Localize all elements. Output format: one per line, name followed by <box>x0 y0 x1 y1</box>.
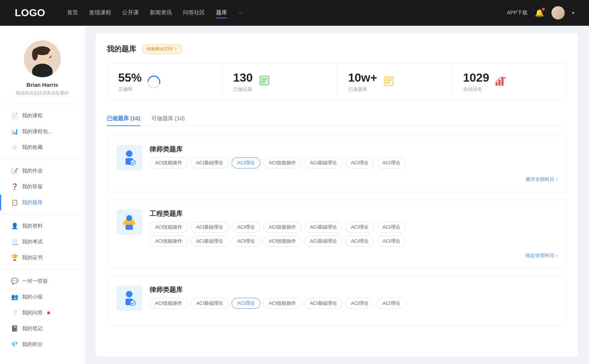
svg-point-4 <box>32 49 38 60</box>
nav-qa[interactable]: 问答社区 <box>183 8 205 18</box>
tag[interactable]: ACI技能操作 <box>263 298 301 309</box>
stat-accuracy-number: 55% <box>118 71 142 85</box>
tag[interactable]: ACI基础理论 <box>191 236 229 247</box>
stat-banks-done: 10w+ 已做题库 <box>337 64 452 100</box>
expand-button[interactable]: 展开全部科目 › <box>526 176 557 183</box>
sidebar-menu: 📄 我的课程 📊 我的课程包... ☆ 我的收藏 📝 我的作业 ❓ 我的答疑 � <box>0 108 85 352</box>
tag[interactable]: ACI理论 <box>232 222 260 233</box>
notification-bell[interactable]: 🔔 <box>535 8 544 17</box>
banks-icon-box <box>383 75 395 89</box>
tab-available-banks[interactable]: 可做题库 (10) <box>151 111 185 126</box>
tag[interactable]: ACI基础理论 <box>191 157 229 168</box>
qbank-card-lawyer-1: 律师类题库 ACI技能操作 ACI基础理论 ACI理论 ACI技能操作 ACI基… <box>107 135 567 192</box>
sidebar-item-label: 我的课程包... <box>22 128 52 135</box>
sidebar-item-qa[interactable]: ❓ 我的答疑 <box>0 179 85 195</box>
sidebar-item-label: 我的问答 <box>22 310 43 316</box>
qa-icon: ❓ <box>11 183 18 190</box>
stat-questions-number: 130 <box>233 71 253 85</box>
tag[interactable]: ACI理论 <box>345 222 374 233</box>
avatar[interactable] <box>551 6 565 19</box>
nav-question-bank[interactable]: 题库 <box>216 8 227 18</box>
tag[interactable]: ACI理论 <box>345 157 374 168</box>
sidebar-quote: 错误的决定比没有决定要好 <box>7 90 77 96</box>
sidebar-divider-1 <box>0 104 85 104</box>
tag[interactable]: ACI技能操作 <box>149 157 188 168</box>
tab-done-banks[interactable]: 已做题库 (10) <box>107 111 140 126</box>
qbank-tags: ACI技能操作 ACI基础理论 ACI理论 ACI技能操作 ACI基础理论 AC… <box>149 157 557 168</box>
sidebar-item-certificate[interactable]: 🏆 我的证书 <box>0 250 85 265</box>
tag-active[interactable]: ACI理论 <box>232 157 260 168</box>
tag[interactable]: ACI技能操作 <box>149 298 188 309</box>
collapse-button[interactable]: 收起全部科目 › <box>526 252 557 259</box>
stat-banks-content: 10w+ 已做题库 <box>348 71 377 93</box>
nav-home[interactable]: 首页 <box>67 8 78 18</box>
homework-icon: 📝 <box>11 167 18 174</box>
tag[interactable]: ACI理论 <box>377 298 406 309</box>
main-content: 我的题库 体验剩余23天！ 55% 正确率 <box>85 26 589 364</box>
tag[interactable]: ACI技能操作 <box>149 222 188 233</box>
tag[interactable]: ACI理论 <box>345 298 374 309</box>
app-download-button[interactable]: APP下载 <box>507 10 528 16</box>
notification-dot <box>542 8 545 11</box>
nav-discover[interactable]: 发现课程 <box>89 8 111 18</box>
qbank-footer: 收起全部科目 › <box>116 252 557 259</box>
svg-rect-20 <box>498 80 501 86</box>
exam-icon: 📃 <box>11 238 18 245</box>
tag-active[interactable]: ACI理论 <box>232 298 260 309</box>
group-icon: 👥 <box>11 293 18 300</box>
sidebar-item-points[interactable]: 💎 我的积分 <box>0 336 85 352</box>
sidebar-item-label: 我的积分 <box>22 341 43 348</box>
nav-more[interactable]: ··· <box>238 8 243 18</box>
stat-questions-content: 130 已做试题 <box>233 71 253 93</box>
sidebar-item-courses[interactable]: 📄 我的课程 <box>0 108 85 124</box>
tabs: 已做题库 (10) 可做题库 (10) <box>107 111 567 126</box>
tag[interactable]: ACI技能操作 <box>263 157 301 168</box>
sidebar-item-group[interactable]: 👥 我的小组 <box>0 289 85 305</box>
accuracy-pie-chart <box>147 75 161 89</box>
tag[interactable]: ACI技能操作 <box>263 236 301 247</box>
sidebar-profile: Brian Harris 错误的决定比没有决定要好 <box>0 33 85 100</box>
tag[interactable]: ACI理论 <box>232 236 260 247</box>
sidebar-username: Brian Harris <box>7 82 77 88</box>
sidebar-item-label: 我的收藏 <box>22 144 43 151</box>
tag[interactable]: ACI基础理论 <box>304 222 343 233</box>
user-dropdown-arrow[interactable]: ▾ <box>572 10 574 15</box>
questions-icon-box <box>258 75 270 89</box>
sidebar-item-homework[interactable]: 📝 我的作业 <box>0 163 85 179</box>
sidebar-item-exam[interactable]: 📃 我的考试 <box>0 234 85 250</box>
tag[interactable]: ACI基础理论 <box>304 298 343 309</box>
sidebar-item-profile[interactable]: 👤 我的资料 <box>0 218 85 234</box>
sidebar-item-questions[interactable]: ❔ 我的问答 <box>0 305 85 321</box>
nav-open-course[interactable]: 公开课 <box>122 8 139 18</box>
sidebar-item-question-bank[interactable]: 📋 我的题库 <box>0 195 85 210</box>
tutoring-icon: 💬 <box>11 278 18 285</box>
sidebar-item-label: 我的笔记 <box>22 325 43 332</box>
unread-dot <box>47 311 50 314</box>
qbank-tags-row2: ACI技能操作 ACI基础理论 ACI理论 ACI技能操作 ACI基础理论 AC… <box>149 236 557 247</box>
tag[interactable]: ACI技能操作 <box>149 236 188 247</box>
tag[interactable]: ACI技能操作 <box>263 222 301 233</box>
tag[interactable]: ACI理论 <box>377 157 406 168</box>
sidebar-item-label: 我的答疑 <box>22 183 43 190</box>
tag[interactable]: ACI理论 <box>377 222 406 233</box>
sidebar-item-label: 我的题库 <box>22 199 43 206</box>
tag[interactable]: ACI理论 <box>377 236 406 247</box>
sidebar-item-notes[interactable]: 📓 我的笔记 <box>0 321 85 336</box>
stat-rank-content: 1029 全站排名 <box>463 71 489 93</box>
sidebar-item-tutoring[interactable]: 💬 一对一答疑 <box>0 273 85 289</box>
tag[interactable]: ACI基础理论 <box>191 222 229 233</box>
sidebar-divider-2 <box>0 159 85 159</box>
tag[interactable]: ACI基础理论 <box>304 157 343 168</box>
qbank-title: 律师类题库 <box>149 285 557 294</box>
tag[interactable]: ACI基础理论 <box>304 236 343 247</box>
tag[interactable]: ACI基础理论 <box>191 298 229 309</box>
nav-news[interactable]: 新闻资讯 <box>150 8 172 18</box>
sidebar-divider-3 <box>0 214 85 214</box>
package-icon: 📊 <box>11 128 18 135</box>
sidebar: Brian Harris 错误的决定比没有决定要好 📄 我的课程 📊 我的课程包… <box>0 26 85 364</box>
qbank-header: 律师类题库 ACI技能操作 ACI基础理论 ACI理论 ACI技能操作 ACI基… <box>116 285 557 311</box>
tag[interactable]: ACI理论 <box>345 236 374 247</box>
sidebar-item-favorites[interactable]: ☆ 我的收藏 <box>0 139 85 155</box>
qbank-icon-lawyer <box>116 145 142 171</box>
sidebar-item-course-package[interactable]: 📊 我的课程包... <box>0 124 85 139</box>
